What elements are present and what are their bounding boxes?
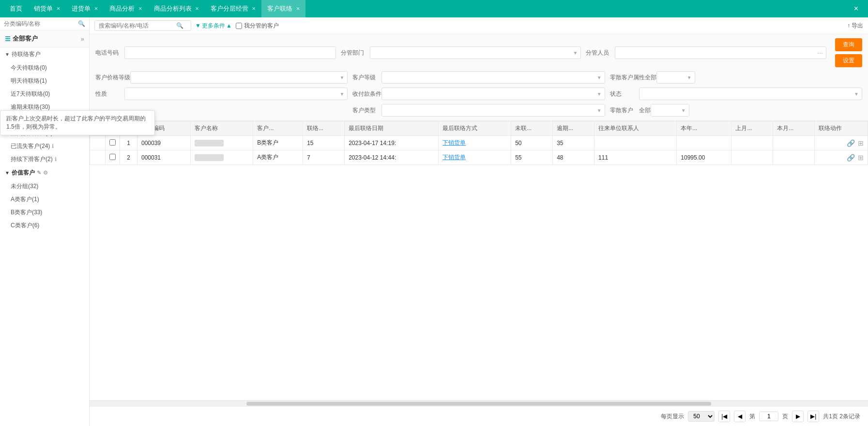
- nav-product-analysis[interactable]: 商品分析 ×: [104, 0, 148, 17]
- last-page-button[interactable]: ▶|: [807, 411, 819, 422]
- nature-select[interactable]: ▼: [124, 88, 348, 100]
- row2-checkbox[interactable]: [106, 150, 120, 165]
- manager-select[interactable]: ···: [615, 46, 826, 59]
- row2-settings: [90, 150, 106, 165]
- horizontal-scrollbar[interactable]: [90, 400, 868, 406]
- row1-select[interactable]: [109, 139, 116, 146]
- price-level-select[interactable]: ▼: [130, 71, 348, 84]
- nav-purchase-close[interactable]: ×: [94, 5, 98, 12]
- retail-customer-select[interactable]: ▼: [651, 104, 689, 117]
- sidebar-item-today[interactable]: 今天待联络(0): [0, 61, 89, 74]
- main-layout: 🔍 ☰ 全部客户 » ▼ 待联络客户 今天待联络(0) 明天待联络(1) 近7天…: [0, 17, 868, 426]
- row1-name: [190, 136, 253, 150]
- col-customer-type: 客户...: [253, 121, 303, 136]
- nav-home[interactable]: 首页: [4, 0, 28, 17]
- nav-purchase[interactable]: 进货单 ×: [66, 0, 104, 17]
- sidebar-search-icon[interactable]: 🔍: [78, 20, 85, 27]
- more-conditions-button[interactable]: ▼ 更多条件 ▲: [195, 22, 232, 30]
- filter-row-1: 电话号码 分管部门 ▼ 分管人员 ···: [95, 38, 862, 67]
- filter-field-phone: 电话号码: [95, 46, 336, 59]
- filter-field-retail-attr: 零散客户属性 全部 ▼: [610, 71, 862, 84]
- row2-type: A类客户: [253, 150, 303, 165]
- price-level-label: 客户价格等级: [95, 73, 130, 82]
- sidebar-item-b-class[interactable]: B类客户(33): [0, 206, 89, 219]
- retail-attr-label: 零散客户属性: [610, 73, 645, 82]
- filter-search-input[interactable]: [99, 22, 176, 29]
- page-input[interactable]: [759, 411, 778, 421]
- export-button[interactable]: ↑ 导出: [847, 22, 863, 30]
- row2-select[interactable]: [109, 154, 116, 160]
- customer-level-select[interactable]: ▼: [381, 71, 605, 84]
- nav-customer-contact-close[interactable]: ×: [296, 5, 300, 12]
- row2-last-date: 2023-04-12 14:44:: [345, 150, 439, 165]
- churned-info-icon: ℹ: [52, 143, 54, 149]
- col-last-contact-method: 最后联络方式: [439, 121, 511, 136]
- nav-sales-close[interactable]: ×: [57, 5, 61, 12]
- query-button[interactable]: 查询: [835, 38, 862, 51]
- sidebar-value-group[interactable]: ▼ 价值客户 ✎ ⚙: [0, 166, 89, 180]
- window-close-button[interactable]: ×: [848, 0, 864, 17]
- col-contact-person: 往来单位联系人: [594, 121, 677, 136]
- sidebar-item-ungrouped[interactable]: 未分组(32): [0, 180, 89, 193]
- my-customers-filter[interactable]: 我分管的客户: [236, 22, 279, 30]
- row1-last-date: 2023-04-17 14:19:: [345, 136, 439, 150]
- retail-attr-select[interactable]: ▼: [656, 71, 695, 84]
- value-group-settings-icon[interactable]: ⚙: [43, 170, 48, 176]
- row2-action-link-icon[interactable]: 🔗: [847, 154, 855, 162]
- sidebar-all-customers[interactable]: ☰ 全部客户 »: [0, 30, 89, 47]
- sidebar-item-churned[interactable]: 已流失客户(24) ℹ: [0, 140, 89, 153]
- my-customers-checkbox[interactable]: [236, 23, 242, 29]
- sidebar-collapse-icon[interactable]: »: [81, 35, 84, 43]
- row1-action-grid-icon[interactable]: ⊞: [858, 139, 864, 147]
- settings-button[interactable]: 设置: [835, 54, 862, 67]
- row1-checkbox[interactable]: [106, 136, 120, 150]
- nav-product-analysis-list-close[interactable]: ×: [195, 5, 199, 12]
- sidebar-search-input[interactable]: [4, 20, 78, 27]
- dept-dropdown-icon: ▼: [573, 50, 578, 56]
- status-arrow-icon: ▼: [854, 91, 859, 97]
- nav-customer-tier-close[interactable]: ×: [252, 5, 256, 12]
- sidebar-item-tomorrow[interactable]: 明天待联络(1): [0, 74, 89, 88]
- row1-action-link-icon[interactable]: 🔗: [847, 139, 855, 147]
- first-page-button[interactable]: |◀: [718, 411, 730, 422]
- sidebar-item-week[interactable]: 近7天待联络(0): [0, 88, 89, 101]
- phone-input[interactable]: [124, 46, 336, 59]
- nav-customer-contact[interactable]: 客户联络 ×: [261, 0, 305, 17]
- sidebar-section-waiting[interactable]: ▼ 待联络客户: [0, 47, 89, 61]
- col-last-month: 上月...: [731, 121, 773, 136]
- manager-more-icon[interactable]: ···: [817, 49, 823, 57]
- retail-customer-arrow-icon: ▼: [681, 108, 686, 113]
- status-select[interactable]: ▼: [639, 88, 862, 100]
- dept-label: 分管部门: [341, 49, 370, 57]
- sidebar-item-c-class[interactable]: C类客户(6): [0, 219, 89, 232]
- row2-index: 2: [120, 150, 137, 165]
- table-row: 1 000039 B类客户 15 2023-04-17 14:19: 下销货单 …: [90, 136, 868, 150]
- nav-product-analysis-close[interactable]: ×: [138, 5, 142, 12]
- dept-select[interactable]: ▼: [370, 46, 581, 59]
- horizontal-scroll-thumb[interactable]: [246, 402, 711, 406]
- payment-select[interactable]: ▼: [381, 88, 605, 100]
- row1-code: 000039: [137, 136, 191, 150]
- row1-action: 🔗 ⊞: [815, 136, 868, 150]
- nav-customer-tier[interactable]: 客户分层经营 ×: [205, 0, 261, 17]
- total-records: 共1页 2条记录: [823, 412, 860, 421]
- waiting-arrow-icon: ▼: [5, 52, 10, 57]
- next-page-button[interactable]: ▶: [792, 411, 804, 422]
- nav-sales[interactable]: 销货单 ×: [28, 0, 66, 17]
- filter-bar: 🔍 ▼ 更多条件 ▲ 我分管的客户 ↑ 导出: [90, 17, 868, 34]
- row2-last-month: [731, 150, 773, 165]
- row2-action-grid-icon[interactable]: ⊞: [858, 154, 864, 162]
- sidebar-item-a-class[interactable]: A类客户(1): [0, 193, 89, 206]
- per-page-select[interactable]: 50 20 100: [688, 411, 715, 422]
- per-page-label: 每页显示: [661, 412, 684, 421]
- filter-search-icon[interactable]: 🔍: [176, 22, 183, 29]
- sidebar-item-declining[interactable]: 持续下滑客户(2) ℹ: [0, 153, 89, 166]
- nav-product-analysis-list[interactable]: 商品分析列表 ×: [148, 0, 205, 17]
- row1-last-month: [731, 136, 773, 150]
- prev-page-button[interactable]: ◀: [734, 411, 746, 422]
- filter-field-status: 状态 ▼: [610, 88, 862, 100]
- customer-type-select[interactable]: ▼: [381, 104, 605, 117]
- sidebar-search-area: 🔍: [0, 17, 89, 30]
- tooltip-box: 距客户上次交易时长，超过了此客户的平均交易周期的1.5倍，则视为异常。: [0, 110, 155, 135]
- value-group-edit-icon[interactable]: ✎: [37, 170, 41, 176]
